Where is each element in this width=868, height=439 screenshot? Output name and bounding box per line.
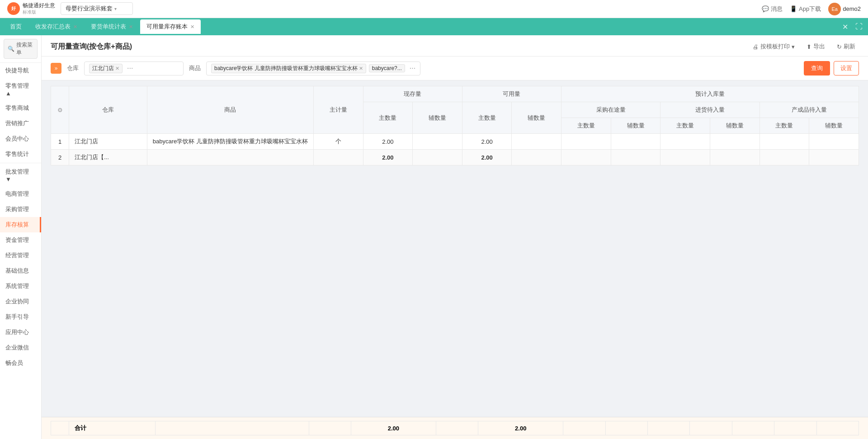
- sidebar-item-quick-nav[interactable]: 快捷导航: [0, 63, 41, 78]
- row-pp-aux: [809, 150, 859, 165]
- row-pt-main: [561, 150, 611, 165]
- sidebar-item-label: 系统管理: [5, 283, 29, 289]
- warehouse-tag-close[interactable]: ✕: [115, 66, 119, 71]
- search-icon: 🔍: [8, 46, 14, 52]
- tab-home[interactable]: 首页: [4, 19, 28, 34]
- available-header: 可用量: [462, 86, 561, 102]
- incoming-aux-header: 辅数量: [710, 118, 760, 134]
- tab-order-stats[interactable]: 要货单统计表 ✕: [85, 19, 139, 34]
- tab-receive-send-label: 收发存汇总表: [35, 23, 71, 31]
- sidebar-item-biz-mgmt[interactable]: 经营管理: [0, 248, 41, 263]
- user-name: demo2: [843, 5, 861, 12]
- message-btn[interactable]: 💬 消息: [762, 5, 783, 13]
- sidebar-search-area: 🔍 搜索菜单: [0, 35, 41, 63]
- top-bar-left: 好 畅捷通好生意 标准版 母婴行业演示账套 ▾: [7, 2, 133, 15]
- sidebar-item-retail-mall[interactable]: 零售商城: [0, 100, 41, 116]
- purchased-transit-main-header: 主数量: [561, 118, 611, 134]
- product-more-icon[interactable]: ···: [410, 64, 415, 72]
- sidebar-item-label: 零售商城: [5, 104, 29, 111]
- projected-inbound-header: 预计入库量: [561, 86, 859, 102]
- template-print-btn[interactable]: 🖨 按模板打印 ▾: [749, 41, 798, 52]
- industry-name: 母婴行业演示账套: [66, 5, 113, 13]
- sidebar-item-sys-mgmt[interactable]: 系统管理: [0, 279, 41, 294]
- sidebar-search-box[interactable]: 🔍 搜索菜单: [4, 39, 38, 59]
- sidebar-item-finance[interactable]: 资金管理: [0, 232, 41, 248]
- tab-available-stock-label: 可用量库存账本: [146, 23, 188, 31]
- app-download-btn[interactable]: 📱 App下载: [790, 5, 821, 13]
- row-product: babycare学饮杯 儿童防摔防撞吸管杯重力球吸嘴杯宝宝水杯: [147, 134, 313, 150]
- sidebar-item-retail-stats[interactable]: 零售统计: [0, 146, 41, 162]
- sidebar-item-purchase[interactable]: 采购管理: [0, 202, 41, 217]
- sidebar-item-enterprise-wechat[interactable]: 企业微信: [0, 340, 41, 355]
- tab-order-stats-close[interactable]: ✕: [129, 24, 133, 30]
- total-current-main: 2.00: [351, 421, 436, 435]
- export-btn[interactable]: ⬆ 导出: [803, 41, 829, 52]
- row-pp-main: [760, 134, 809, 150]
- refresh-btn[interactable]: ↻ 刷新: [833, 41, 859, 52]
- logo-icon: 好: [7, 2, 20, 15]
- settings-header[interactable]: ⚙: [51, 86, 69, 134]
- row-index: 1: [51, 134, 69, 150]
- sidebar-item-inventory[interactable]: 库存核算: [0, 217, 41, 232]
- close-all-tabs-icon[interactable]: ✕: [840, 21, 850, 33]
- sidebar-item-label: 企业微信: [5, 344, 29, 351]
- user-area[interactable]: Ea demo2: [828, 3, 861, 15]
- chevron-icon: ▲: [5, 90, 11, 97]
- total-label: 合计: [69, 421, 156, 435]
- product-tag-1-close[interactable]: ✕: [359, 66, 363, 71]
- settings-button[interactable]: 设置: [834, 61, 859, 76]
- production-pending-header: 产成品待入量: [760, 102, 859, 118]
- row-ip-main: [660, 134, 710, 150]
- message-label: 消息: [771, 5, 783, 13]
- sidebar-item-member[interactable]: 会员中心: [0, 131, 41, 146]
- sidebar-item-label: 应用中心: [5, 329, 29, 335]
- expand-icon[interactable]: ⛶: [854, 21, 864, 33]
- sidebar-item-new-guide[interactable]: 新手引导: [0, 309, 41, 325]
- sidebar-item-label: 经营管理: [5, 252, 29, 259]
- product-tag-2: babycare?...: [369, 64, 405, 72]
- sidebar-item-ecommerce[interactable]: 电商管理: [0, 186, 41, 202]
- row-available-main: 2.00: [462, 134, 512, 150]
- table-container[interactable]: ⚙ 仓库 商品 主计量 现存量 可用量 预计入库量 主数量 辅数量 主数量 辅数…: [42, 80, 868, 417]
- available-main-qty-header: 主数量: [462, 102, 512, 134]
- filter-toggle-btn[interactable]: »: [51, 63, 61, 74]
- sidebar-item-label: 快捷导航: [5, 67, 29, 74]
- product-label: 商品: [189, 64, 201, 72]
- product-tag-1: babycare学饮杯 儿童防摔防撞吸管杯重力球吸嘴杯宝宝水杯 ✕: [211, 64, 366, 73]
- nav-tabs-right: ✕ ⛶: [840, 21, 864, 33]
- refresh-icon: ↻: [837, 43, 842, 50]
- tab-available-stock-close[interactable]: ✕: [190, 24, 194, 30]
- tab-receive-send[interactable]: 收发存汇总表 ✕: [29, 19, 84, 34]
- filter-actions: 查询 设置: [804, 61, 859, 76]
- sidebar-item-collab[interactable]: 企业协同: [0, 294, 41, 309]
- total-row: 合计 2.00 2.00: [51, 421, 859, 435]
- footer-table: 合计 2.00 2.00: [51, 421, 859, 435]
- sidebar-item-marketing[interactable]: 营销推广: [0, 116, 41, 131]
- sidebar: 🔍 搜索菜单 快捷导航 零售管理 ▲ 零售商城 营销推广 会员中心 零售统计 批…: [0, 35, 42, 439]
- warehouse-filter[interactable]: 江北门店 ✕ ···: [84, 61, 184, 76]
- chevron-down-icon: ▾: [792, 43, 795, 50]
- product-filter[interactable]: babycare学饮杯 儿童防摔防撞吸管杯重力球吸嘴杯宝宝水杯 ✕ babyca…: [206, 61, 420, 76]
- product-header: 商品: [147, 86, 313, 134]
- warehouse-more-icon[interactable]: ···: [127, 64, 133, 72]
- row-current-main: 2.00: [363, 134, 413, 150]
- sidebar-item-app-center[interactable]: 应用中心: [0, 325, 41, 340]
- row-product: [147, 150, 313, 165]
- sidebar-item-label: 电商管理: [5, 190, 29, 197]
- industry-selector[interactable]: 母婴行业演示账套 ▾: [61, 2, 133, 15]
- sidebar-item-retail-mgmt[interactable]: 零售管理 ▲: [0, 78, 41, 100]
- tab-receive-send-close[interactable]: ✕: [73, 24, 77, 30]
- sidebar-item-vip[interactable]: 畅会员: [0, 355, 41, 371]
- incoming-main-header: 主数量: [660, 118, 710, 134]
- query-button[interactable]: 查询: [804, 61, 830, 76]
- chevron-icon: ▼: [5, 176, 11, 183]
- gear-icon[interactable]: ⚙: [57, 107, 63, 113]
- current-stock-header: 现存量: [363, 86, 462, 102]
- sidebar-divider-1: [0, 163, 41, 163]
- row-warehouse: 江北门店: [69, 134, 147, 150]
- production-main-header: 主数量: [760, 118, 809, 134]
- sidebar-item-batch-mgmt[interactable]: 批发管理 ▼: [0, 164, 41, 186]
- tab-available-stock[interactable]: 可用量库存账本 ✕: [140, 19, 201, 34]
- sidebar-item-basic-info[interactable]: 基础信息: [0, 263, 41, 279]
- row-pp-main: [760, 150, 809, 165]
